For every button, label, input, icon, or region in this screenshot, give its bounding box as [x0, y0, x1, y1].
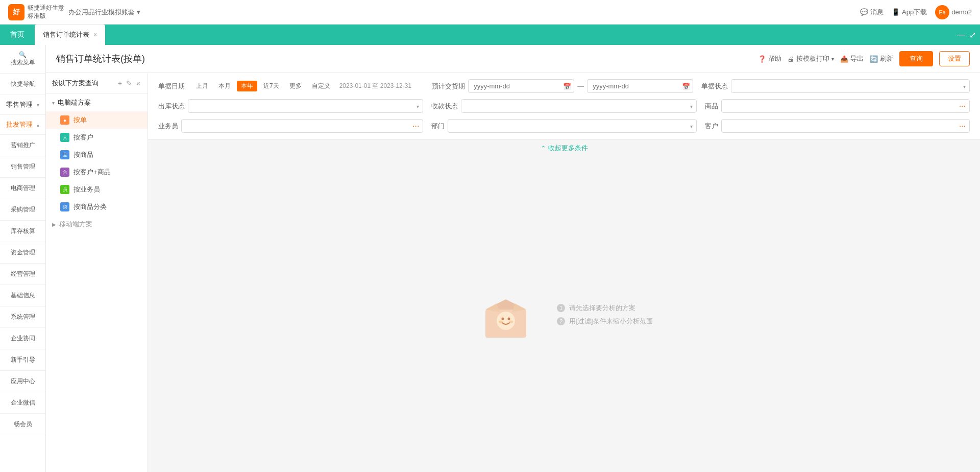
- salesman-dots-icon[interactable]: ···: [412, 122, 419, 131]
- scheme-item-by-customer-goods[interactable]: 合 按客户+商品: [46, 163, 148, 181]
- sidebar-item-operations[interactable]: 经营管理: [0, 264, 45, 285]
- breadcrumb[interactable]: 办公用品行业模拟账套 ▾: [68, 8, 140, 17]
- sidebar-item-appcenter[interactable]: 应用中心: [0, 371, 45, 392]
- logo-area: 好 畅捷通好生意 标准版: [8, 4, 64, 20]
- filter-bill-status-group: 单据状态 ▾: [701, 79, 970, 93]
- goods-dots-icon[interactable]: ···: [959, 102, 966, 111]
- empty-state-area: 1 请先选择要分析的方案 2 用[过滤]条件来缩小分析范围: [148, 157, 980, 472]
- maximize-icon[interactable]: ⤢: [969, 30, 976, 40]
- bill-status-select[interactable]: [731, 79, 970, 93]
- sidebar-quicknav[interactable]: 快捷导航: [0, 74, 45, 95]
- print-arrow-icon: ▾: [831, 56, 834, 62]
- scheme-item-by-goods[interactable]: 品 按商品: [46, 146, 148, 163]
- message-icon: 💬: [860, 8, 868, 16]
- filter-customer-group: 客户 ···: [705, 119, 970, 133]
- breadcrumb-chevron-icon: ▾: [137, 8, 140, 16]
- pill-this-year[interactable]: 本年: [237, 81, 257, 91]
- app-download-button[interactable]: 📱 App下载: [892, 8, 927, 17]
- edit-scheme-button[interactable]: ✎: [125, 78, 133, 88]
- dept-label: 部门: [431, 122, 445, 131]
- scheme-salesman-icon: 员: [60, 185, 69, 194]
- export-button[interactable]: 📤 导出: [840, 54, 864, 63]
- expected-date-label: 预计交货期: [432, 82, 465, 91]
- pill-this-month[interactable]: 本月: [214, 81, 235, 91]
- scheme-actions: + ✎ «: [117, 78, 141, 88]
- tab-home[interactable]: 首页: [0, 25, 35, 45]
- scheme-item-by-goods-cat[interactable]: 类 按商品分类: [46, 198, 148, 216]
- minimize-icon[interactable]: —: [957, 30, 965, 39]
- calendar-end-icon: 📅: [682, 82, 690, 90]
- scheme-order-icon: ●: [60, 115, 69, 125]
- help-button[interactable]: ❓ 帮助: [758, 54, 781, 63]
- refresh-icon: 🔄: [870, 55, 878, 63]
- pill-more[interactable]: 更多: [285, 81, 306, 91]
- message-button[interactable]: 💬 消息: [860, 8, 884, 17]
- customer-dots-icon[interactable]: ···: [959, 122, 966, 131]
- svg-point-6: [508, 317, 510, 320]
- collapse-scheme-button[interactable]: «: [135, 78, 141, 88]
- scheme-item-by-salesman[interactable]: 员 按业务员: [46, 181, 148, 198]
- collapse-filter-button[interactable]: ⌃ 收起更多条件: [148, 139, 980, 157]
- svg-point-4: [497, 312, 515, 330]
- sidebar-item-retail[interactable]: 零售管理 ▾: [0, 95, 45, 115]
- sidebar-item-wholesale[interactable]: 批发管理 ▴: [0, 115, 45, 135]
- payment-status-select-wrapper: ▾: [461, 99, 696, 113]
- sidebar-item-member[interactable]: 畅会员: [0, 414, 45, 435]
- out-status-select-wrapper: ▾: [188, 99, 423, 113]
- settings-button[interactable]: 设置: [939, 51, 970, 66]
- tab-sales-stats[interactable]: 销售订单统计表 ×: [35, 25, 105, 45]
- sidebar-item-marketing[interactable]: 营销推广: [0, 135, 45, 156]
- filter-content-area: 单据日期 上月 本月 本年 近7天 更多 自定义 2023-01-01 至 20…: [148, 73, 980, 472]
- sidebar-item-newbie[interactable]: 新手引导: [0, 349, 45, 371]
- mobile-scheme-group[interactable]: ▶ 移动端方案: [46, 216, 148, 233]
- print-button[interactable]: 🖨 按模板打印 ▾: [788, 54, 834, 63]
- start-date-input[interactable]: [468, 79, 574, 93]
- customer-input[interactable]: [721, 119, 970, 133]
- pc-scheme-group[interactable]: ▾ 电脑端方案: [46, 94, 148, 111]
- sidebar-item-inventory[interactable]: 库存核算: [0, 221, 45, 242]
- sidebar-item-purchase[interactable]: 采购管理: [0, 199, 45, 221]
- end-date-input[interactable]: [587, 79, 693, 93]
- topbar-right: 💬 消息 📱 App下载 Ea demo2: [860, 5, 972, 19]
- pill-last-7-days[interactable]: 近7天: [259, 81, 283, 91]
- scheme-item-by-customer[interactable]: 人 按客户: [46, 129, 148, 146]
- filter-area: 单据日期 上月 本月 本年 近7天 更多 自定义 2023-01-01 至 20…: [148, 73, 980, 157]
- empty-illustration: [475, 284, 536, 345]
- salesman-input[interactable]: [181, 119, 423, 133]
- sidebar-item-enterprise[interactable]: 企业协同: [0, 328, 45, 349]
- payment-status-select[interactable]: [461, 99, 696, 113]
- inner-row: 按以下方案查询 + ✎ « ▾ 电脑端方案 ● 按单: [46, 73, 980, 472]
- date-label: 单据日期: [158, 82, 185, 91]
- goods-label: 商品: [705, 102, 718, 111]
- filter-goods-group: 商品 ···: [705, 99, 970, 113]
- tab-close-icon[interactable]: ×: [93, 31, 97, 38]
- add-scheme-button[interactable]: +: [117, 78, 123, 88]
- customer-label: 客户: [705, 122, 718, 131]
- pill-custom[interactable]: 自定义: [308, 81, 334, 91]
- user-menu[interactable]: Ea demo2: [935, 5, 972, 19]
- sidebar-item-sales[interactable]: 销售管理: [0, 156, 45, 178]
- empty-tip-2: 2 用[过滤]条件来缩小分析范围: [557, 317, 652, 326]
- empty-svg-icon: [475, 284, 536, 345]
- scheme-item-by-order[interactable]: ● 按单: [46, 111, 148, 129]
- sidebar-item-system[interactable]: 系统管理: [0, 306, 45, 328]
- query-button[interactable]: 查询: [899, 51, 933, 66]
- dept-select[interactable]: [448, 119, 696, 133]
- scheme-goods-icon: 品: [60, 150, 69, 159]
- sidebar-search[interactable]: 🔍 搜索菜单: [0, 45, 45, 74]
- print-icon: 🖨: [788, 55, 794, 63]
- sidebar-item-wechat[interactable]: 企业微信: [0, 392, 45, 414]
- out-status-select[interactable]: [188, 99, 423, 113]
- refresh-button[interactable]: 🔄 刷新: [870, 54, 893, 63]
- pill-last-month[interactable]: 上月: [192, 81, 212, 91]
- filter-row-2: 出库状态 ▾ 收款状态: [158, 99, 970, 113]
- sidebar-item-finance[interactable]: 资金管理: [0, 242, 45, 264]
- filter-payment-status-group: 收款状态 ▾: [431, 99, 696, 113]
- dept-select-wrapper: ▾: [448, 119, 696, 133]
- end-date-wrapper: 📅: [587, 79, 693, 93]
- page-header: 销售订单统计表(按单) ❓ 帮助 🖨 按模板打印 ▾ 📤 导出 🔄 刷新: [46, 45, 980, 73]
- goods-input-wrapper: ···: [721, 99, 970, 113]
- sidebar-item-ecommerce[interactable]: 电商管理: [0, 178, 45, 199]
- goods-input[interactable]: [721, 99, 970, 113]
- sidebar-item-basics[interactable]: 基础信息: [0, 285, 45, 306]
